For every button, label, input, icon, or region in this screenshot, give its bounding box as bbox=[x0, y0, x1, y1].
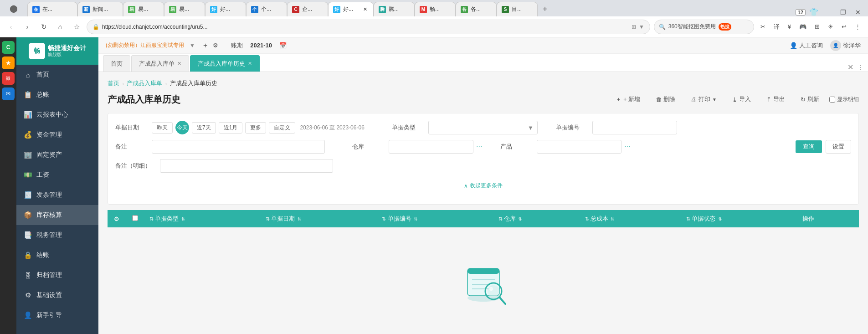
content-tab-purchase-close[interactable]: ✕ bbox=[177, 61, 181, 67]
tab-10[interactable]: M 畅... bbox=[415, 2, 456, 16]
home-button[interactable]: ⌂ bbox=[54, 21, 67, 33]
browser-back-icon[interactable]: ⬤ bbox=[8, 2, 20, 15]
warehouse-input[interactable] bbox=[389, 140, 473, 154]
nav-search-area[interactable]: 🔍 360智能抠图免费用 热搜 bbox=[654, 20, 754, 34]
gear-column-header[interactable]: ⚙ bbox=[108, 210, 126, 227]
date-today-btn[interactable]: 今天 bbox=[175, 121, 189, 134]
content-tab-home[interactable]: 首页 bbox=[103, 55, 130, 72]
address-bar[interactable]: 🔒 https://cloud.chanjet.com/accounting/u… bbox=[87, 20, 650, 34]
breadcrumb-bill-list[interactable]: 产成品入库单 bbox=[127, 79, 162, 87]
query-button[interactable]: 查询 bbox=[796, 140, 822, 153]
calendar-icon[interactable]: 📅 bbox=[279, 42, 287, 49]
export-button[interactable]: ⤒ 导出 bbox=[761, 93, 791, 106]
add-account-button[interactable]: + bbox=[203, 41, 207, 50]
date-1month-btn[interactable]: 近1月 bbox=[219, 122, 243, 134]
dropdown-icon[interactable]: ▼ bbox=[639, 24, 644, 30]
product-dots-btn[interactable]: ··· bbox=[624, 143, 630, 151]
print-button[interactable]: 🖨 打印 ▼ bbox=[685, 93, 722, 106]
warehouse-column-header[interactable]: 仓库 ⇅ bbox=[493, 210, 580, 227]
delete-button[interactable]: 🗑 删除 bbox=[650, 93, 681, 106]
breadcrumb-home[interactable]: 首页 bbox=[108, 79, 119, 87]
sidebar-item-home[interactable]: ⌂ 首页 bbox=[16, 65, 98, 85]
sidebar-item-basic-settings[interactable]: ⚙ 基础设置 bbox=[16, 285, 98, 305]
content-tab-purchase-order[interactable]: 产成品入库单 ✕ bbox=[131, 55, 189, 72]
sidebar-item-invoice[interactable]: 🧾 发票管理 bbox=[16, 185, 98, 205]
tab-3[interactable]: 易 易... bbox=[123, 2, 164, 16]
tab-7[interactable]: C 企... bbox=[287, 2, 328, 16]
total-cost-column-header[interactable]: 总成本 ⇅ bbox=[580, 210, 681, 227]
display-icon[interactable]: ☀ bbox=[825, 21, 836, 32]
sidebar-item-general-ledger[interactable]: 📋 总账 bbox=[16, 85, 98, 105]
minimize-button[interactable]: — bbox=[822, 9, 834, 16]
sidebar-item-archive[interactable]: 🗄 归档管理 bbox=[16, 265, 98, 285]
account-settings-icon[interactable]: ⚙ bbox=[213, 42, 218, 49]
tab-8-close[interactable]: ✕ bbox=[361, 6, 369, 13]
import-button[interactable]: ⤓ 导入 bbox=[727, 93, 756, 106]
app-icon-star[interactable]: ★ bbox=[2, 57, 15, 69]
tab-8[interactable]: 好 好... ✕ bbox=[328, 2, 374, 16]
game-icon[interactable]: 🎮 bbox=[796, 21, 809, 32]
refresh-button[interactable]: ↻ 刷新 bbox=[795, 93, 825, 106]
customer-service-button[interactable]: 👤 人工咨询 bbox=[790, 41, 823, 50]
sidebar-item-inventory[interactable]: 📦 库存核算 bbox=[16, 205, 98, 225]
reload-button[interactable]: ↻ bbox=[37, 21, 50, 33]
period-dropdown[interactable]: ▼ bbox=[190, 42, 195, 49]
close-button[interactable]: ✕ bbox=[853, 9, 863, 16]
date-more-btn[interactable]: 更多 bbox=[245, 122, 266, 134]
date-7days-btn[interactable]: 近7天 bbox=[192, 122, 216, 134]
collapse-button[interactable]: ∧ 收起更多条件 bbox=[464, 182, 503, 190]
bookmark-button[interactable]: ☆ bbox=[70, 21, 83, 33]
maximize-button[interactable]: ❐ bbox=[837, 9, 849, 16]
currency-icon[interactable]: ¥ bbox=[785, 21, 794, 32]
content-tab-history[interactable]: 产成品入库单历史 ✕ bbox=[190, 55, 260, 72]
product-input[interactable] bbox=[537, 140, 621, 154]
bill-no-input[interactable] bbox=[592, 121, 677, 134]
back-button[interactable]: ‹ bbox=[5, 21, 17, 33]
panel-close-button[interactable]: ✕ bbox=[847, 63, 853, 72]
content-tab-history-close[interactable]: ✕ bbox=[248, 61, 252, 67]
tab-9[interactable]: 腾 腾... bbox=[374, 2, 415, 16]
translate-icon[interactable]: 译 bbox=[771, 21, 782, 33]
sidebar-item-capital[interactable]: 💰 资金管理 bbox=[16, 125, 98, 145]
sidebar-item-payroll[interactable]: 💵 工资 bbox=[16, 165, 98, 185]
panel-more-button[interactable]: ⋮ bbox=[857, 64, 863, 71]
app-icon-chanjet[interactable]: C bbox=[2, 41, 15, 54]
remark-input[interactable] bbox=[152, 140, 325, 154]
sidebar-item-fixed-assets[interactable]: 🏢 固定资产 bbox=[16, 145, 98, 165]
bill-no-column-header[interactable]: 单据编号 ⇅ bbox=[376, 210, 493, 227]
sidebar-item-closing[interactable]: 🔒 结账 bbox=[16, 245, 98, 265]
new-tab-button[interactable]: + bbox=[538, 2, 552, 16]
forward-button[interactable]: › bbox=[21, 21, 34, 33]
add-button[interactable]: ＋ + 新增 bbox=[610, 93, 646, 106]
sidebar-item-guide[interactable]: 👤 新手引导 bbox=[16, 305, 98, 325]
tab-5[interactable]: 好 好... bbox=[205, 2, 246, 16]
sidebar-item-cloud-report[interactable]: 📊 云报表中心 bbox=[16, 105, 98, 125]
date-yesterday-btn[interactable]: 昨天 bbox=[152, 122, 173, 134]
show-columns-checkbox[interactable] bbox=[829, 97, 835, 103]
tab-6[interactable]: 个 个... bbox=[246, 2, 287, 16]
scissors-icon[interactable]: ✂ bbox=[758, 21, 768, 32]
tab-1[interactable]: 在 在... bbox=[27, 2, 77, 16]
tab-12[interactable]: S 目... bbox=[497, 2, 538, 16]
tab-2[interactable]: 新 新闻... bbox=[77, 2, 123, 16]
user-info-button[interactable]: 👤 徐泽华 bbox=[830, 40, 861, 51]
select-all-checkbox[interactable] bbox=[132, 215, 138, 221]
warehouse-dots-btn[interactable]: ··· bbox=[476, 143, 482, 151]
undo-icon[interactable]: ↩ bbox=[839, 21, 849, 32]
more-icon[interactable]: ⋮ bbox=[852, 21, 863, 32]
tab-11[interactable]: 各 各... bbox=[456, 2, 497, 16]
settings-button[interactable]: 设置 bbox=[826, 140, 851, 154]
bill-date-column-header[interactable]: 单据日期 ⇅ bbox=[260, 210, 376, 227]
grid-icon[interactable]: ⊞ bbox=[812, 21, 822, 32]
bill-type-column-header[interactable]: 单据类型 ⇅ bbox=[144, 210, 260, 227]
app-icon-weibo[interactable]: 微 bbox=[2, 72, 15, 85]
gear-icon[interactable]: ⚙ bbox=[114, 216, 119, 222]
bill-type-select[interactable]: ▼ bbox=[428, 121, 538, 134]
remark-detail-input[interactable] bbox=[160, 159, 333, 173]
app-icon-mail[interactable]: ✉ bbox=[2, 87, 15, 100]
sidebar-item-tax[interactable]: 📑 税务管理 bbox=[16, 225, 98, 245]
date-custom-btn[interactable]: 自定义 bbox=[269, 122, 295, 134]
checkbox-column-header[interactable] bbox=[126, 210, 144, 227]
tab-4[interactable]: 易 易... bbox=[164, 2, 205, 16]
bill-status-column-header[interactable]: 单据状态 ⇅ bbox=[681, 210, 797, 227]
